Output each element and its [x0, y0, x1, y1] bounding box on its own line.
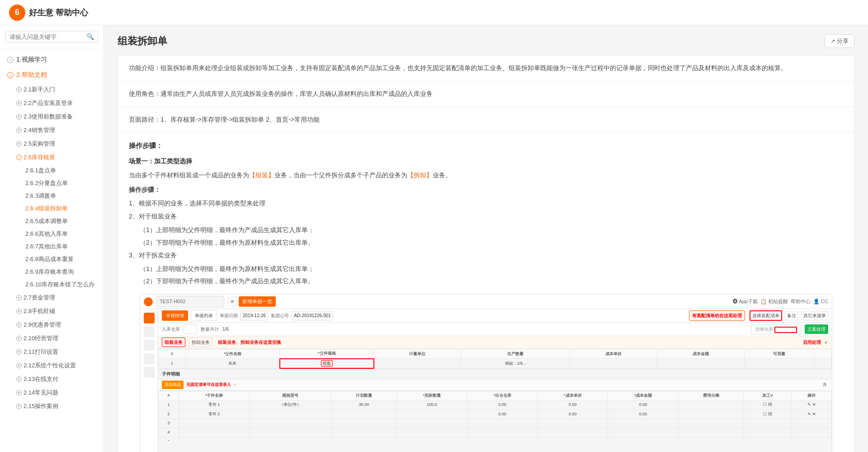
sim-col-ops [814, 349, 832, 359]
sim-field-id-val[interactable]: AD-20191226-001 [292, 311, 333, 320]
sim-ann4: 无固定清单可在这里录入 [186, 381, 231, 388]
sim-left-icon-5[interactable] [144, 367, 155, 378]
nav-2-6-5[interactable]: 2.6.5成本调整单 [25, 215, 104, 228]
nav-2-14-header[interactable]: + 2.14常见问题 [16, 386, 104, 400]
nav-2-9-header[interactable]: + 2.9优惠券管理 [16, 318, 104, 332]
nav-2-14: + 2.14常见问题 [16, 386, 104, 400]
nav-section-docs-header[interactable]: − 2.帮助文档 [0, 67, 104, 83]
nav-2-3-header[interactable]: + 2.3使用前数据准备 [16, 110, 104, 124]
sim-add-btn[interactable]: 添加商品 [162, 381, 184, 389]
nav-2-1-header[interactable]: + 2.1新手入门 [16, 83, 104, 96]
sim-action1[interactable]: 备注 [785, 311, 798, 320]
sim-action2[interactable]: 其它来源单 [801, 311, 828, 320]
nav-2-6-9[interactable]: 2.6.9库存账本查询 [25, 266, 104, 278]
sim-left-bar [140, 309, 158, 452]
step-2-sub1: （1）上部明细为父件明细，最终作为产成品生成其它入库单； [140, 225, 843, 236]
sim-lower-row-2: 2 零件 2 0.00 0.00 0.00 [159, 409, 832, 419]
nav-2-8: + 2.8手机旺铺 [16, 305, 104, 318]
sim-ann2: 组装业务、拆卸业务在这里切换 [218, 338, 281, 346]
intro-text-1: 功能介绍：组装拆卸单用来处理企业组装或拆卸等加工业务，支持有固定装配清单的产品加… [129, 63, 843, 74]
sim-refresh-btn[interactable]: ⟳ [228, 297, 237, 306]
nav-2-12: + 2.12系统个性化设置 [16, 359, 104, 372]
sim-app-icon: 🅐 App下载 [733, 297, 758, 306]
intro-text-2: 使用角色：通常由生产人员或库管人员完成拆装业务的操作，库管人员确认原材料的出库和… [129, 89, 843, 100]
sim-lower-section-header: 子件明细 [158, 369, 832, 379]
search-icon: 🔍 [86, 33, 94, 40]
nav-2-6-header[interactable]: − 2.6库存核算 [16, 151, 104, 164]
sim-bom-field[interactable]: 选择装配清单 [750, 310, 782, 321]
sim-topbar-actions: ⟳ 新增单据一览 [228, 296, 276, 307]
nav-2-15-header[interactable]: + 2.15操作案例 [16, 400, 104, 413]
step-3-sub1: （1）上部明细为父件明细，最终作为原材料生成其它出库单； [140, 264, 843, 275]
sim-warehouse-placeholder: 货继仓库 [755, 327, 773, 332]
mini-collapse-icon: − [16, 155, 22, 160]
sim-col-seq: # [159, 349, 186, 359]
sim-field-date-val[interactable]: 2019-12-26 [241, 311, 268, 320]
nav-2-6-8[interactable]: 2.6.8商品成本重算 [25, 253, 104, 266]
nav-2-9: + 2.9优惠券管理 [16, 318, 104, 332]
sim-col-cost: 成本单价 [570, 349, 657, 359]
step-3-sub2: （2）下部明细为子件明细，最终作为产成品生成其它入库单。 [140, 276, 843, 287]
share-button[interactable]: ↗ 分享 [825, 34, 854, 48]
nav-section-video-header[interactable]: + 1.视频学习 [0, 52, 104, 67]
sim-warehouse-input[interactable] [774, 327, 797, 333]
sim-type-val[interactable] [184, 324, 197, 334]
share-icon: ↗ [830, 38, 835, 44]
nav-2-5-header[interactable]: + 2.5采购管理 [16, 137, 104, 151]
nav-2-6-3[interactable]: 2.6.3调拨单 [25, 190, 104, 202]
nav-2-2-header[interactable]: + 2.2产品安装及登录 [16, 96, 104, 110]
nav-2-5: + 2.5采购管理 [16, 137, 104, 151]
sim-assembly-tab[interactable]: 组装业务 [162, 338, 185, 347]
search-input-wrap[interactable]: 🔍 [5, 31, 98, 43]
sim-lower-row-4: 4 [159, 428, 832, 437]
nav-2-11-header[interactable]: + 2.11打印设置 [16, 345, 104, 359]
sim-left-icon-2[interactable] [144, 326, 155, 337]
mini-expand-icon: + [16, 336, 22, 341]
nav-2-12-header[interactable]: + 2.12系统个性化设置 [16, 359, 104, 372]
nav-2-10-header[interactable]: + 2.10经营管理 [16, 332, 104, 345]
nav-2-13-header[interactable]: + 2.13在线支付 [16, 372, 104, 386]
nav-section-docs: − 2.帮助文档 + 2.1新手入门 + [0, 67, 104, 413]
nav-2-6-2[interactable]: 2.6.2分量盘点单 [25, 177, 104, 190]
sim-col-total: 成本金额 [657, 349, 744, 359]
nav-2-8-header[interactable]: + 2.8手机旺铺 [16, 305, 104, 318]
mini-expand-icon: + [16, 141, 22, 147]
sim-type-row: 入库仓库 数量共计 1/6 货继仓库 立案处理 [158, 323, 832, 336]
sim-left-icon-3[interactable] [144, 340, 155, 351]
nav-2-11: + 2.11打印设置 [16, 345, 104, 359]
sim-left-icon-4[interactable] [144, 353, 155, 364]
nav-2-3: + 2.3使用前数据准备 [16, 110, 104, 124]
nav-2-4-header[interactable]: + 2.4销售管理 [16, 124, 104, 137]
sim-new-btn[interactable]: 新增单据一览 [239, 296, 276, 307]
nav-2-6-4[interactable]: 2.6.4组装拆卸单 [25, 202, 104, 215]
sim-left-icon-1[interactable] [144, 313, 155, 324]
sim-main-content: 本视情增 单据列表 单据日期 2019-12-26 集团公司 AD-201912… [158, 309, 832, 452]
sim-upper-spec-cell[interactable]: 组套 [280, 359, 374, 368]
mini-expand-icon: + [16, 128, 22, 133]
nav-2-6-7[interactable]: 2.6.7其他出库单 [25, 240, 104, 253]
app-name: 好生意 帮助中心 [29, 7, 88, 18]
nav-2-7-header[interactable]: + 2.7资金管理 [16, 291, 104, 305]
search-input[interactable] [9, 33, 86, 40]
sim-col-prod: *父件名称 [186, 349, 280, 359]
screenshot-container: TEST-H002 ⟳ 新增单据一览 🅐 App下载 📋 初始提醒 帮助中心 👤… [140, 294, 832, 452]
nav-2-6-10[interactable]: 2.6.10库存账本错了怎么办 [25, 278, 104, 291]
sim-col-unit: 计量单位 [374, 349, 461, 359]
sim-disassemble-tab[interactable]: 拆卸业务 [189, 338, 212, 347]
intro-block-1: 功能介绍：组装拆卸单用来处理企业组装或拆卸等加工业务，支持有固定装配清单的产品加… [118, 56, 854, 81]
mini-expand-icon: + [16, 100, 22, 106]
sim-qty-label: 数量共计 [201, 325, 219, 333]
sim-tab-list[interactable]: 单据列表 [191, 310, 217, 321]
nav-2-6-1[interactable]: 2.6.1盘点单 [25, 164, 104, 177]
nav-2-6-children: 2.6.1盘点单 2.6.2分量盘点单 2.6.3调拨单 2.6.4组装拆卸单 … [16, 164, 104, 291]
nav-2-6-6[interactable]: 2.6.6其他入库单 [25, 228, 104, 240]
sim-tab-new[interactable]: 本视情增 [162, 310, 188, 321]
nav-tree: + 1.视频学习 − 2.帮助文档 + 2.1新手入门 [0, 48, 104, 452]
sim-warehouse-field[interactable]: 货继仓库 [751, 324, 801, 334]
sim-field-date-label: 单据日期 [220, 312, 238, 319]
nav-section-docs-label: 2.帮助文档 [16, 71, 47, 79]
sim-field-id-label: 集团公司 [271, 312, 289, 319]
steps-list: 1、根据不同的业务，选择不同单据的类型来处理 2、对于组装业务 （1）上部明细为… [129, 198, 843, 287]
sim-apply-btn[interactable]: 立案处理 [805, 324, 828, 334]
mini-expand-icon: + [16, 322, 22, 328]
